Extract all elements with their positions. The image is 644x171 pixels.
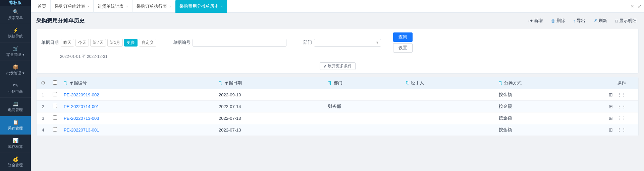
- sno-filter-label: 单据编号: [173, 39, 191, 46]
- settings-button[interactable]: 设置: [393, 43, 413, 53]
- tab-label: 采购费用分摊单历史: [179, 3, 219, 9]
- toolbar: + + 新增 🗑 删除 ↑ 导出 ↺ 刷新 □ 显示明细: [526, 17, 639, 25]
- view-icon[interactable]: ⊞: [608, 91, 613, 98]
- filter-row: 单据日期 昨天 今天 近7天 近1月 更多 自定义 单据编号: [41, 32, 634, 53]
- tab-close-icon[interactable]: ×: [87, 4, 89, 8]
- row-sno-cell: PE-20220714-001: [60, 101, 215, 112]
- date-filter-group: 单据日期 昨天 今天 近7天 近1月 更多 自定义: [41, 39, 156, 47]
- th-settings[interactable]: ⚙: [37, 77, 49, 89]
- export-button[interactable]: ↑ 导出: [571, 17, 588, 25]
- row-date-cell: 2022-07-14: [215, 101, 325, 112]
- dept-filter-label: 部门: [303, 39, 312, 46]
- sidebar-item-wholesale[interactable]: 📦批发管理 ▾: [0, 61, 31, 79]
- row-checkbox[interactable]: [53, 92, 57, 96]
- delete-icon: 🗑: [551, 18, 555, 23]
- row-checkbox[interactable]: [53, 115, 57, 120]
- th-action: 操作: [605, 77, 638, 89]
- row-date-cell: 2022-07-13: [215, 124, 325, 136]
- date-btn-7days[interactable]: 近7天: [90, 39, 106, 47]
- view-icon[interactable]: ⊞: [608, 103, 613, 110]
- date-btn-1month[interactable]: 近1月: [107, 39, 123, 47]
- sidebar-item-purchase[interactable]: 📋采购管理: [0, 116, 31, 135]
- tab-actions: ✕ ⤢: [631, 4, 641, 9]
- more-icon[interactable]: ⋮⋮: [616, 103, 627, 110]
- row-dept-cell: [325, 89, 402, 101]
- row-action-cell: ⊞ ⋮⋮: [605, 101, 638, 112]
- th-date: ⇅ 单据日期: [215, 77, 325, 89]
- row-action-cell: ⊞ ⋮⋮: [605, 89, 638, 101]
- tab-purchase-cost-history[interactable]: 采购费用分摊单历史×: [175, 0, 227, 13]
- date-filter-label: 单据日期: [41, 39, 59, 46]
- row-num-cell: 4: [37, 124, 49, 136]
- row-sno-link[interactable]: PE-20220919-002: [64, 92, 99, 97]
- row-sno-link[interactable]: PE-20220713-001: [64, 127, 99, 133]
- more-icon[interactable]: ⋮⋮: [616, 91, 627, 98]
- refresh-button[interactable]: ↺ 刷新: [591, 17, 609, 25]
- expand-row: ∨ 展开更多条件: [41, 62, 634, 70]
- row-handler-cell: [402, 112, 495, 124]
- tab-close-icon[interactable]: ×: [126, 4, 128, 8]
- sort-method-icon: ⇅: [499, 80, 502, 85]
- row-dept-cell: 财务部: [325, 101, 402, 112]
- row-checkbox-cell: [49, 89, 60, 101]
- dept-input[interactable]: [314, 39, 381, 47]
- date-range-text: 2022-01-01 至 2022-12-31: [60, 54, 107, 59]
- main-content: 首页采购订单统计表×进货单统计表×采购订单执行表×采购费用分摊单历史× ✕ ⤢ …: [31, 0, 644, 171]
- data-table: ⚙ ⇅ 单据编号 ⇅ 单据日期: [37, 77, 638, 136]
- th-sno: ⇅ 单据编号: [60, 77, 215, 89]
- date-btn-custom[interactable]: 自定义: [139, 39, 156, 47]
- row-checkbox[interactable]: [53, 127, 57, 132]
- tab-bar: 首页采购订单统计表×进货单统计表×采购订单执行表×采购费用分摊单历史× ✕ ⤢: [31, 0, 644, 13]
- filter-buttons: 查询 设置: [393, 32, 413, 53]
- row-sno-cell: PE-20220919-002: [60, 89, 215, 101]
- maximize-window-icon[interactable]: ⤢: [638, 4, 641, 9]
- row-num-cell: 3: [37, 112, 49, 124]
- select-all-checkbox[interactable]: [53, 80, 57, 85]
- sidebar-item-mini[interactable]: 🛍小畅电商: [0, 79, 31, 98]
- settings-icon[interactable]: ⚙: [41, 80, 45, 86]
- sno-input[interactable]: [193, 39, 286, 47]
- tab-home[interactable]: 首页: [34, 0, 51, 13]
- show-detail-button[interactable]: □ 显示明细: [613, 17, 639, 25]
- row-sno-cell: PE-20220713-003: [60, 112, 215, 124]
- row-dept-cell: [325, 124, 402, 136]
- tab-purchase-order-exec[interactable]: 采购订单执行表×: [132, 0, 175, 13]
- sidebar-item-finance[interactable]: 💰资金管理: [0, 153, 31, 171]
- sidebar-item-retail[interactable]: 🛒零售管理 ▾: [0, 42, 31, 61]
- sort-icon: ⇅: [64, 80, 67, 85]
- filter-area: 单据日期 昨天 今天 近7天 近1月 更多 自定义 单据编号: [36, 29, 639, 74]
- row-handler-cell: [402, 124, 495, 136]
- sidebar-item-quick[interactable]: ⚡快捷导航: [0, 24, 31, 42]
- delete-button[interactable]: 🗑 删除: [549, 17, 567, 25]
- row-checkbox[interactable]: [53, 104, 57, 108]
- more-icon[interactable]: ⋮⋮: [616, 115, 627, 121]
- chevron-down-icon: ∨: [323, 64, 326, 69]
- add-button[interactable]: + + 新增: [526, 17, 545, 25]
- sidebar-item-search[interactable]: 🔍搜索菜单: [0, 6, 31, 24]
- tab-close-icon[interactable]: ×: [221, 4, 223, 8]
- view-icon[interactable]: ⊞: [608, 115, 613, 121]
- tab-label: 首页: [38, 3, 46, 9]
- th-dept: ⇅ 部门: [325, 77, 402, 89]
- close-window-icon[interactable]: ✕: [631, 4, 634, 9]
- view-icon[interactable]: ⊞: [608, 126, 613, 133]
- th-handler: ⇅ 经手人: [402, 77, 495, 89]
- detail-icon: □: [615, 18, 618, 23]
- tab-close-icon[interactable]: ×: [169, 4, 171, 8]
- query-button[interactable]: 查询: [393, 32, 413, 42]
- row-sno-link[interactable]: PE-20220714-001: [64, 104, 99, 109]
- tab-incoming-stat[interactable]: 进货单统计表×: [94, 0, 132, 13]
- export-icon: ↑: [573, 18, 576, 23]
- sidebar-item-inventory[interactable]: 📊库存核算: [0, 135, 31, 153]
- date-btn-yesterday[interactable]: 昨天: [61, 39, 74, 47]
- tab-purchase-order-stat[interactable]: 采购订单统计表×: [51, 0, 94, 13]
- dept-filter-group: 部门 ▼: [303, 39, 381, 47]
- row-sno-link[interactable]: PE-20220713-003: [64, 116, 99, 121]
- expand-more-button[interactable]: ∨ 展开更多条件: [320, 62, 356, 70]
- date-btn-today[interactable]: 今天: [75, 39, 89, 47]
- page-header: 采购费用分摊单历史 + + 新增 🗑 删除 ↑ 导出 ↺ 刷新: [36, 17, 639, 25]
- date-btn-more[interactable]: 更多: [124, 39, 138, 47]
- sidebar-item-ecommerce[interactable]: 💻电商管理: [0, 98, 31, 116]
- tab-label: 进货单统计表: [98, 3, 124, 9]
- more-icon[interactable]: ⋮⋮: [616, 126, 627, 133]
